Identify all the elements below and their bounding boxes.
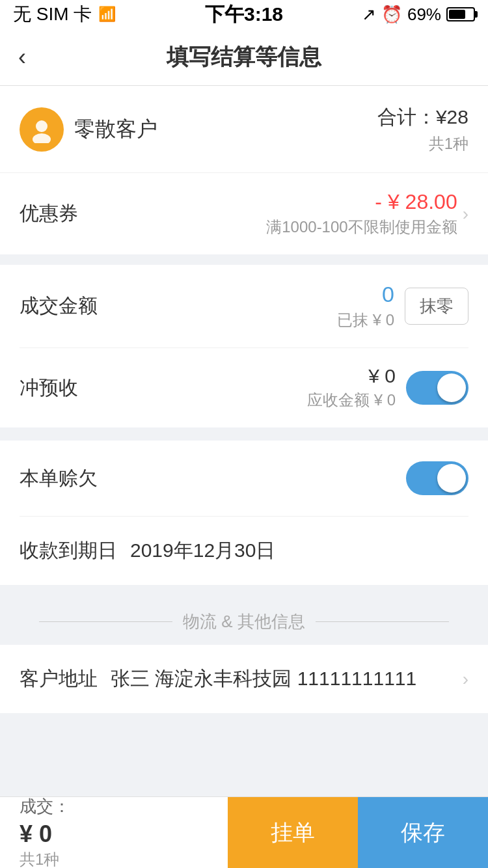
address-row[interactable]: 客户地址 张三 海淀永丰科技园 11111111111 › bbox=[20, 645, 468, 713]
hangup-button[interactable]: 挂单 bbox=[228, 797, 358, 868]
coupon-discount: - ¥ 28.00 bbox=[266, 190, 457, 214]
divider-line-right bbox=[316, 621, 449, 622]
due-date-section: 收款到期日 2019年12月30日 bbox=[0, 516, 488, 585]
amount-right: 0 已抹 ¥ 0 抹零 bbox=[337, 282, 468, 331]
avatar-icon bbox=[28, 116, 55, 143]
status-time: 下午3:18 bbox=[205, 1, 283, 28]
prepaid-value-col: ¥ 0 应收金额 ¥ 0 bbox=[307, 365, 396, 411]
customer-avatar bbox=[20, 107, 64, 152]
due-date-row: 收款到期日 2019年12月30日 bbox=[20, 516, 468, 585]
credit-row: 本单赊欠 bbox=[20, 441, 468, 516]
wifi-icon: 📶 bbox=[98, 6, 116, 23]
total-amount: 合计：¥28 bbox=[377, 104, 468, 131]
credit-toggle-knob bbox=[437, 464, 466, 493]
transaction-label: 成交金额 bbox=[20, 293, 98, 319]
customer-row: 零散客户 合计：¥28 共1种 bbox=[0, 86, 488, 172]
prepaid-right: ¥ 0 应收金额 ¥ 0 bbox=[307, 365, 468, 411]
battery-percentage: 69% bbox=[407, 5, 441, 25]
bottom-buttons: 挂单 保存 bbox=[228, 797, 488, 868]
nav-bar: ‹ 填写结算等信息 bbox=[0, 29, 488, 86]
prepaid-sub-value: 应收金额 ¥ 0 bbox=[307, 390, 396, 411]
bottom-deal-amount: ¥ 0 bbox=[20, 821, 208, 848]
address-value: 张三 海淀永丰科技园 11111111111 bbox=[111, 666, 463, 692]
svg-point-0 bbox=[36, 120, 47, 132]
total-count: 共1种 bbox=[377, 133, 468, 154]
toggle-knob bbox=[437, 373, 466, 402]
chevron-right-icon: › bbox=[463, 204, 468, 224]
section-separator-1 bbox=[0, 427, 488, 441]
customer-left: 零散客户 bbox=[20, 107, 157, 152]
status-right: ↗ ⏰ 69% bbox=[362, 5, 475, 25]
transaction-sub: 已抹 ¥ 0 bbox=[337, 310, 394, 331]
amount-section: 成交金额 0 已抹 ¥ 0 抹零 冲预收 ¥ 0 应收金额 ¥ 0 bbox=[0, 265, 488, 427]
bottom-left: 成交： ¥ 0 共1种 bbox=[0, 795, 228, 868]
battery-icon bbox=[446, 7, 475, 21]
due-date-value: 2019年12月30日 bbox=[130, 537, 275, 564]
status-bar: 无 SIM 卡 📶 下午3:18 ↗ ⏰ 69% bbox=[0, 0, 488, 29]
status-left: 无 SIM 卡 📶 bbox=[13, 2, 116, 27]
logistics-section: 物流 & 其他信息 bbox=[0, 598, 488, 645]
address-chevron-icon: › bbox=[463, 669, 468, 690]
coupon-content: - ¥ 28.00 满1000-100不限制使用金额 bbox=[266, 190, 457, 237]
credit-toggle[interactable] bbox=[406, 461, 468, 495]
customer-section: 零散客户 合计：¥28 共1种 优惠券 - ¥ 28.00 满1000-100不… bbox=[0, 86, 488, 254]
bottom-count: 共1种 bbox=[20, 849, 208, 868]
coupon-row[interactable]: 优惠券 - ¥ 28.00 满1000-100不限制使用金额 › bbox=[0, 172, 488, 254]
prepaid-toggle[interactable] bbox=[406, 371, 468, 405]
address-label: 客户地址 bbox=[20, 666, 98, 692]
bottom-bar: 成交： ¥ 0 共1种 挂单 保存 bbox=[0, 796, 488, 868]
credit-label: 本单赊欠 bbox=[20, 465, 98, 492]
section-separator-2 bbox=[0, 585, 488, 598]
save-button[interactable]: 保存 bbox=[358, 797, 488, 868]
main-content: 零散客户 合计：¥28 共1种 优惠券 - ¥ 28.00 满1000-100不… bbox=[0, 86, 488, 843]
divider-line-left bbox=[39, 621, 172, 622]
back-button[interactable]: ‹ bbox=[18, 44, 26, 71]
due-date-label: 收款到期日 bbox=[20, 537, 117, 564]
prepaid-main-value: ¥ 0 bbox=[307, 365, 396, 387]
page-title: 填写结算等信息 bbox=[167, 42, 321, 72]
customer-name: 零散客户 bbox=[74, 115, 157, 144]
logistics-text: 物流 & 其他信息 bbox=[183, 610, 305, 633]
location-icon: ↗ bbox=[362, 5, 376, 25]
logistics-divider: 物流 & 其他信息 bbox=[0, 610, 488, 633]
prepaid-row: 冲预收 ¥ 0 应收金额 ¥ 0 bbox=[20, 348, 468, 427]
round-zero-button[interactable]: 抹零 bbox=[405, 288, 468, 325]
svg-point-1 bbox=[33, 133, 51, 143]
bottom-deal-label: 成交： bbox=[20, 795, 208, 818]
coupon-right: - ¥ 28.00 满1000-100不限制使用金额 › bbox=[266, 190, 468, 237]
transaction-value: 0 bbox=[337, 282, 394, 307]
alarm-icon: ⏰ bbox=[381, 5, 402, 25]
coupon-label: 优惠券 bbox=[20, 200, 78, 227]
credit-section: 本单赊欠 bbox=[0, 441, 488, 516]
carrier-text: 无 SIM 卡 bbox=[13, 2, 92, 27]
amount-row: 成交金额 0 已抹 ¥ 0 抹零 bbox=[20, 265, 468, 348]
customer-right: 合计：¥28 共1种 bbox=[377, 104, 468, 154]
address-section: 客户地址 张三 海淀永丰科技园 11111111111 › bbox=[0, 645, 488, 713]
amount-value-col: 0 已抹 ¥ 0 bbox=[337, 282, 394, 331]
prepaid-label: 冲预收 bbox=[20, 375, 78, 401]
coupon-description: 满1000-100不限制使用金额 bbox=[266, 217, 457, 237]
